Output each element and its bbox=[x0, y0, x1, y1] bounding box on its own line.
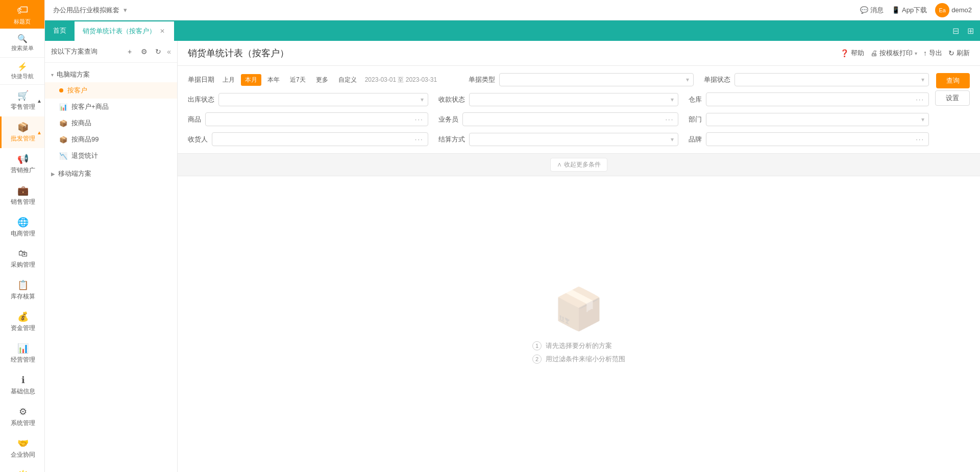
basic-label: 基础信息 bbox=[11, 387, 35, 396]
sidebar-item-sales[interactable]: 💼 销售管理 bbox=[0, 180, 44, 211]
sidebar-item-enterprise[interactable]: 🤝 企业协同 bbox=[0, 433, 44, 464]
avatar-text: Ea bbox=[939, 7, 946, 13]
tree-group-mobile: ▶ 移动端方案 bbox=[45, 166, 177, 181]
by-customer-product-label: 按客户+商品 bbox=[71, 102, 109, 111]
tab-expand-icon[interactable]: ⊞ bbox=[965, 24, 976, 38]
sidebar-item-newguide[interactable]: 🌟 新手引导 bbox=[0, 464, 44, 472]
tab-sales-stat[interactable]: 销货单统计表（按客户） ✕ bbox=[75, 20, 174, 41]
collapse-more-btn[interactable]: ∧ 收起更多条件 bbox=[550, 158, 607, 172]
tree-group-desktop-header[interactable]: ▾ 电脑端方案 bbox=[45, 67, 177, 82]
help-label: 帮助 bbox=[851, 49, 864, 58]
enterprise-icon: 🤝 bbox=[17, 438, 29, 449]
filter-fields: 单据日期 上月 本月 本年 近7天 更多 自定义 bbox=[188, 73, 929, 146]
date-tab-last7[interactable]: 近7天 bbox=[286, 74, 310, 86]
refresh-scheme-btn[interactable]: ↻ bbox=[153, 46, 164, 57]
tab-minimize-icon[interactable]: ⊟ bbox=[950, 24, 961, 38]
tree-group-desktop: ▾ 电脑端方案 按客户 📊 按客户+商品 📦 按商品 bbox=[45, 67, 177, 164]
sidebar-item-inventory[interactable]: 📋 库存核算 bbox=[0, 274, 44, 306]
payment-method-control[interactable]: ▾ bbox=[469, 133, 679, 146]
sidebar-item-wholesale[interactable]: 📦 批发管理 ▲ bbox=[0, 116, 44, 148]
sidebar-item-ecommerce[interactable]: 🌐 电商管理 bbox=[0, 211, 44, 243]
doc-status-label: 单据状态 bbox=[704, 75, 730, 84]
header-dropdown-arrow[interactable]: ▾ bbox=[124, 6, 127, 14]
desktop-group-label: 电脑端方案 bbox=[57, 70, 90, 79]
receiver-dots: ··· bbox=[415, 135, 424, 143]
sidebar-item-marketing[interactable]: 📢 营销推广 bbox=[0, 148, 44, 180]
operation-label: 经营管理 bbox=[11, 356, 35, 364]
department-label: 部门 bbox=[689, 115, 702, 124]
tree-group-mobile-header[interactable]: ▶ 移动端方案 bbox=[45, 166, 177, 181]
desktop-group-arrow: ▾ bbox=[51, 72, 54, 78]
filter-doc-status: 单据状态 ▾ bbox=[704, 73, 929, 86]
out-status-control[interactable]: ▾ bbox=[218, 93, 428, 106]
settings-icon: ⚙ bbox=[141, 48, 148, 56]
sidebar-item-system[interactable]: ⚙ 系统管理 bbox=[0, 401, 44, 433]
doc-status-control[interactable]: ▾ bbox=[734, 73, 929, 86]
brand-dots: ··· bbox=[916, 135, 924, 143]
left-panel: 按以下方案查询 + ⚙ ↻ « ▾ bbox=[45, 41, 178, 472]
sidebar-item-finance[interactable]: 💰 资金管理 bbox=[0, 306, 44, 338]
tree-item-by-product-99[interactable]: 📦 按商品99 bbox=[45, 131, 177, 148]
message-btn[interactable]: 💬 消息 bbox=[860, 6, 884, 15]
ecommerce-icon: 🌐 bbox=[17, 217, 29, 228]
sidebar-quicknav[interactable]: ⚡ 快捷导航 bbox=[0, 58, 44, 85]
settings-button[interactable]: 设置 bbox=[935, 90, 970, 106]
empty-illustration: 📦 bbox=[553, 285, 604, 333]
refresh-btn[interactable]: ↻ 刷新 bbox=[948, 49, 970, 58]
scheme-settings-btn[interactable]: ⚙ bbox=[138, 46, 150, 57]
receiver-control[interactable]: ··· bbox=[212, 132, 428, 146]
print-icon: 🖨 bbox=[870, 49, 877, 57]
help-btn[interactable]: ❓ 帮助 bbox=[840, 49, 864, 58]
tab-bar: 首页 销货单统计表（按客户） ✕ ⊟ ⊞ bbox=[45, 20, 980, 41]
template-print-label: 按模板打印 bbox=[879, 49, 913, 58]
department-control[interactable]: ▾ bbox=[706, 113, 929, 126]
brand-control[interactable]: ··· bbox=[706, 132, 929, 146]
tree-item-by-product[interactable]: 📦 按商品 bbox=[45, 115, 177, 131]
date-tab-more[interactable]: 更多 bbox=[312, 74, 332, 86]
department-arrow: ▾ bbox=[921, 116, 924, 123]
tree-item-return-stats[interactable]: 📉 退货统计 bbox=[45, 148, 177, 164]
brand-label: 品牌 bbox=[689, 135, 702, 144]
doc-type-label: 单据类型 bbox=[469, 75, 495, 84]
marketing-icon: 📢 bbox=[17, 153, 29, 164]
date-tab-last-month[interactable]: 上月 bbox=[218, 74, 239, 86]
salesperson-control[interactable]: ··· bbox=[462, 112, 679, 126]
warehouse-control[interactable]: ··· bbox=[706, 92, 929, 106]
inventory-label: 库存核算 bbox=[11, 292, 35, 301]
system-label: 系统管理 bbox=[11, 419, 35, 428]
date-tab-this-month[interactable]: 本月 bbox=[241, 74, 261, 86]
user-profile-btn[interactable]: Ea demo2 bbox=[935, 3, 972, 17]
tab-sales-stat-label: 销货单统计表（按客户） bbox=[83, 27, 156, 36]
date-tab-custom[interactable]: 自定义 bbox=[334, 74, 361, 86]
add-scheme-btn[interactable]: + bbox=[124, 46, 135, 57]
template-print-btn[interactable]: 🖨 按模板打印 ▾ bbox=[870, 49, 917, 58]
sidebar-item-retail[interactable]: 🛒 零售管理 ▲ bbox=[0, 85, 44, 116]
purchase-icon: 🛍 bbox=[18, 248, 28, 259]
app-download-btn[interactable]: 📱 App下载 bbox=[892, 6, 927, 15]
date-tab-this-year[interactable]: 本年 bbox=[263, 74, 284, 86]
by-product-99-label: 按商品99 bbox=[71, 135, 99, 144]
sidebar-item-purchase[interactable]: 🛍 采购管理 bbox=[0, 243, 44, 274]
sidebar-search[interactable]: 🔍 搜索菜单 bbox=[0, 29, 44, 58]
sidebar-item-operation[interactable]: 📊 经营管理 bbox=[0, 338, 44, 369]
marketing-label: 营销推广 bbox=[11, 166, 35, 175]
tab-home[interactable]: 首页 bbox=[45, 20, 75, 41]
finance-icon: 💰 bbox=[17, 311, 29, 322]
filter-product: 商品 ··· bbox=[188, 112, 428, 126]
product-control[interactable]: ··· bbox=[205, 112, 428, 126]
print-dropdown-arrow[interactable]: ▾ bbox=[915, 51, 917, 56]
receiver-label: 收货人 bbox=[188, 135, 208, 144]
tab-close-icon[interactable]: ✕ bbox=[159, 27, 166, 36]
tree-item-by-customer-product[interactable]: 📊 按客户+商品 bbox=[45, 99, 177, 115]
filter-payment-method: 结算方式 ▾ bbox=[438, 133, 679, 146]
sales-label: 销售管理 bbox=[11, 198, 35, 206]
sidebar-item-basic[interactable]: ℹ 基础信息 bbox=[0, 369, 44, 401]
doc-type-control[interactable]: ▾ bbox=[499, 73, 694, 86]
query-button[interactable]: 查询 bbox=[936, 73, 970, 88]
tree-item-by-customer[interactable]: 按客户 bbox=[45, 82, 177, 99]
empty-hint-2: 2 用过滤条件来缩小分析范围 bbox=[532, 355, 625, 364]
collapse-panel-btn[interactable]: « bbox=[167, 48, 171, 56]
export-btn[interactable]: ↑ 导出 bbox=[923, 49, 942, 58]
out-status-arrow: ▾ bbox=[421, 96, 424, 103]
receipt-status-control[interactable]: ▾ bbox=[469, 93, 679, 106]
